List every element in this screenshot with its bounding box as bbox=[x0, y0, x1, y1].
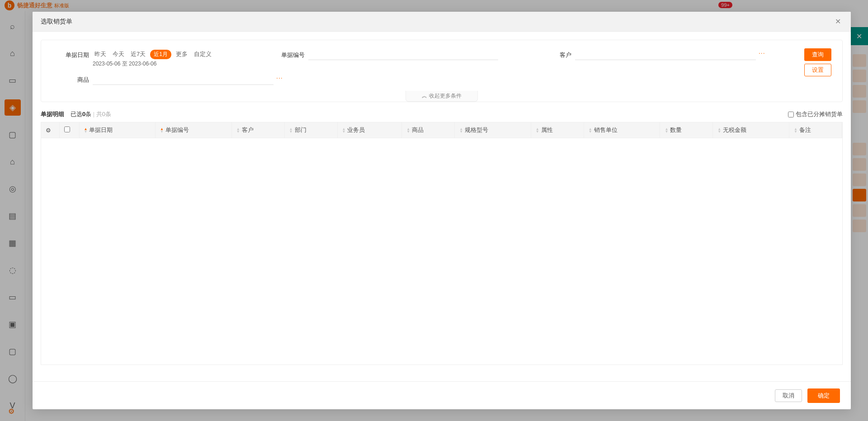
col-spec[interactable]: ▲▼规格型号 bbox=[455, 122, 531, 138]
input-product[interactable] bbox=[93, 74, 274, 85]
selected-count: 已选0条 | 共0条 bbox=[71, 110, 111, 118]
col-customer[interactable]: ▲▼客户 bbox=[231, 122, 284, 138]
col-settings-icon[interactable]: ⚙ bbox=[41, 122, 59, 138]
detail-title: 单据明细 bbox=[41, 110, 64, 118]
filter-panel: 查询 设置 单据日期 昨天 今天 近7天 近1月 更多 自定义 bbox=[41, 40, 843, 102]
col-doc-no[interactable]: ▲▼单据编号 bbox=[156, 122, 232, 138]
date-opt-7d[interactable]: 近7天 bbox=[129, 49, 147, 59]
modal-footer: 取消 确定 bbox=[33, 381, 851, 409]
date-opt-yesterday[interactable]: 昨天 bbox=[93, 49, 108, 59]
include-allocated-label: 包含已分摊销货单 bbox=[796, 110, 843, 118]
col-dept[interactable]: ▲▼部门 bbox=[284, 122, 337, 138]
col-unit[interactable]: ▲▼销售单位 bbox=[584, 122, 660, 138]
cancel-button[interactable]: 取消 bbox=[775, 389, 802, 402]
horizontal-scrollbar[interactable] bbox=[41, 373, 843, 379]
select-sales-order-modal: 选取销货单 ✕ 查询 设置 单据日期 昨天 今天 近7天 近1月 bbox=[33, 12, 851, 409]
col-salesman[interactable]: ▲▼业务员 bbox=[337, 122, 402, 138]
settings-button[interactable]: 设置 bbox=[804, 64, 831, 76]
detail-header: 单据明细 已选0条 | 共0条 包含已分摊销货单 bbox=[41, 110, 843, 118]
col-product[interactable]: ▲▼商品 bbox=[402, 122, 455, 138]
modal-body: 查询 设置 单据日期 昨天 今天 近7天 近1月 更多 自定义 bbox=[33, 32, 851, 373]
col-qty[interactable]: ▲▼数量 bbox=[660, 122, 713, 138]
date-opt-today[interactable]: 今天 bbox=[111, 49, 126, 59]
modal-header: 选取销货单 ✕ bbox=[33, 12, 851, 32]
collapse-conditions-toggle[interactable]: ︽ 收起更多条件 bbox=[406, 91, 478, 102]
filter-customer: 客户 ··· bbox=[534, 49, 765, 60]
label-doc-no: 单据编号 bbox=[268, 49, 308, 59]
modal-title: 选取销货单 bbox=[41, 18, 72, 26]
col-checkbox-header[interactable] bbox=[59, 122, 79, 138]
col-amt[interactable]: ▲▼无税金额 bbox=[713, 122, 789, 138]
label-doc-date: 单据日期 bbox=[52, 49, 93, 59]
col-attr[interactable]: ▲▼属性 bbox=[531, 122, 584, 138]
filter-doc-no: 单据编号 bbox=[268, 49, 498, 60]
date-opt-custom[interactable]: 自定义 bbox=[192, 49, 213, 59]
detail-table: ⚙ ▲▼单据日期 ▲▼单据编号 ▲▼客户 ▲▼部门 ▲▼业务员 ▲▼商品 ▲▼规… bbox=[41, 122, 843, 365]
close-icon[interactable]: ✕ bbox=[833, 15, 843, 28]
select-all-checkbox[interactable] bbox=[64, 126, 70, 132]
label-customer: 客户 bbox=[534, 49, 575, 59]
query-button[interactable]: 查询 bbox=[804, 48, 831, 61]
input-customer[interactable] bbox=[575, 49, 756, 60]
include-allocated-input[interactable] bbox=[788, 112, 794, 117]
date-to: 2023-06-06 bbox=[129, 61, 156, 67]
date-from: 2023-05-06 bbox=[93, 61, 120, 67]
product-picker-icon[interactable]: ··· bbox=[276, 74, 283, 81]
customer-picker-icon[interactable]: ··· bbox=[759, 49, 765, 56]
date-opt-1m[interactable]: 近1月 bbox=[150, 50, 171, 59]
filter-doc-date: 单据日期 昨天 今天 近7天 近1月 更多 自定义 2023-05-06 至 bbox=[52, 49, 213, 68]
filter-product: 商品 ··· bbox=[52, 74, 283, 85]
confirm-button[interactable]: 确定 bbox=[807, 388, 840, 403]
date-range-display: 2023-05-06 至 2023-06-06 bbox=[93, 60, 213, 68]
date-opt-more[interactable]: 更多 bbox=[174, 49, 189, 59]
chevron-up-icon: ︽ bbox=[422, 93, 429, 99]
date-sep: 至 bbox=[122, 61, 127, 67]
col-doc-date[interactable]: ▲▼单据日期 bbox=[79, 122, 156, 138]
table-body-empty bbox=[41, 138, 842, 364]
input-doc-no[interactable] bbox=[308, 49, 498, 60]
include-allocated-checkbox[interactable]: 包含已分摊销货单 bbox=[788, 110, 843, 118]
col-remark[interactable]: ▲▼备注 bbox=[789, 122, 842, 138]
label-product: 商品 bbox=[52, 74, 93, 84]
